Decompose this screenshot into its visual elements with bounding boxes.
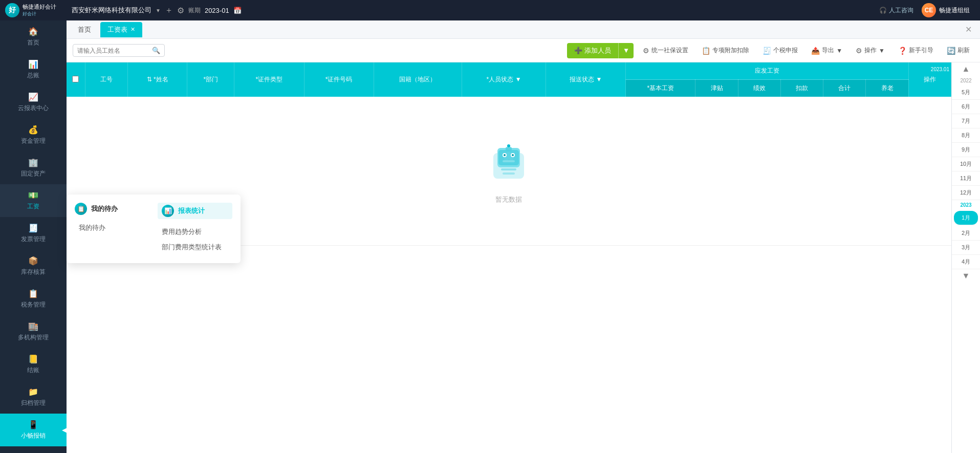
timeline-down-nav[interactable]: ▼ <box>952 269 980 283</box>
col-header-nationality: 国籍（地区） <box>374 62 462 97</box>
svg-point-9 <box>504 154 506 156</box>
company-area: 西安虾米网络科技有限公司 ▼ ＋ ⚙ 账期 2023-01 📅 <box>67 5 879 16</box>
close-window-icon[interactable]: ✕ <box>965 25 972 34</box>
funds-icon: 💰 <box>28 125 38 135</box>
support-button[interactable]: 🎧 人工咨询 <box>879 6 913 15</box>
svg-rect-12 <box>506 147 512 151</box>
special-deduction-btn[interactable]: 📋 专项附加扣除 <box>698 44 753 57</box>
export-dropdown-icon: ▼ <box>836 47 842 54</box>
popup-section-todo: 📋 我的待办 我的待办 <box>75 203 149 255</box>
popup-grid: 📋 我的待办 我的待办 📊 报表统计 费用趋势分析 部门费用类型统计表 <box>75 203 232 255</box>
invoice-icon: 🧾 <box>28 223 38 233</box>
company-name[interactable]: 西安虾米网络科技有限公司 <box>72 6 151 15</box>
timeline-month-may[interactable]: 5月 <box>952 85 980 100</box>
logo-icon: 好 <box>5 3 19 17</box>
sidebar-item-home[interactable]: 🏠 首页 <box>0 20 67 53</box>
refresh-btn[interactable]: 🔄 刷新 <box>943 44 974 57</box>
col-header-pension: 养老 <box>866 80 908 97</box>
period-label: 账期 <box>188 6 201 15</box>
user-area[interactable]: CE 畅捷通组组 <box>922 3 970 17</box>
logo-area: 好 畅捷通好会计 好会计 <box>5 3 67 17</box>
cloud-report-icon: 📈 <box>28 92 38 102</box>
svg-point-13 <box>507 144 510 147</box>
search-icon[interactable]: 🔍 <box>152 47 160 54</box>
filter-icon[interactable]: ▼ <box>515 76 521 83</box>
svg-rect-6 <box>498 150 519 165</box>
timeline-month-feb[interactable]: 2月 <box>952 226 980 241</box>
close-tab-icon[interactable]: ✕ <box>130 26 135 33</box>
sidebar-item-cloud-report[interactable]: 📈 云报表中心 <box>0 86 67 119</box>
col-header-base-salary: *基本工资 <box>626 80 695 97</box>
sidebar-item-inventory[interactable]: 📦 库存核算 <box>0 250 67 283</box>
chevron-down-icon[interactable]: ▼ <box>156 8 161 13</box>
guide-action-icon: ❓ <box>898 47 907 55</box>
select-all-header[interactable] <box>67 62 85 97</box>
col-header-status: *人员状态 ▼ <box>462 62 546 97</box>
sidebar-item-archive[interactable]: 📁 归档管理 <box>0 381 67 414</box>
timeline-month-jan-active[interactable]: 1月 <box>954 211 978 225</box>
empty-illustration <box>483 138 534 189</box>
svg-rect-4 <box>501 168 516 170</box>
timeline-month-oct[interactable]: 10月 <box>952 157 980 171</box>
headset-icon: 🎧 <box>879 7 887 14</box>
year-label: 2023.01 <box>931 67 949 72</box>
operation-btn[interactable]: ⚙ 操作 ▼ <box>852 44 889 57</box>
timeline-year-2022: 2022 <box>959 76 972 85</box>
settings-icon[interactable]: ⚙ <box>177 6 184 15</box>
timeline-month-apr[interactable]: 4月 <box>952 255 980 269</box>
timeline-month-sep[interactable]: 9月 <box>952 143 980 157</box>
social-insurance-btn[interactable]: ⚙ 统一社保设置 <box>639 44 692 57</box>
col-header-salary-group: 应发工资 2023.01 <box>626 62 909 80</box>
timeline-month-mar[interactable]: 3月 <box>952 241 980 255</box>
home-icon: 🏠 <box>28 27 38 36</box>
sidebar-item-invoice[interactable]: 🧾 发票管理 <box>0 217 67 250</box>
timeline-up-nav[interactable]: ▲ <box>952 62 980 76</box>
select-all-checkbox[interactable] <box>72 76 79 82</box>
sidebar: 🏠 首页 📊 总账 📈 云报表中心 💰 资金管理 🏢 固定资产 💵 工资 🧾 发… <box>0 20 67 453</box>
sort-icon[interactable]: ⇅ <box>147 76 152 83</box>
svg-rect-11 <box>503 160 515 162</box>
add-people-dropdown-button[interactable]: ▼ <box>618 43 634 58</box>
add-people-button[interactable]: ➕ 添加人员 <box>567 43 618 58</box>
timeline-month-aug[interactable]: 8月 <box>952 128 980 143</box>
sidebar-item-multi-org[interactable]: 🏬 多机构管理 <box>0 315 67 348</box>
tax-report-icon: 🧾 <box>763 47 771 55</box>
close-accounts-icon: 📒 <box>28 354 38 364</box>
sidebar-item-expense[interactable]: 📱 小畅报销 ◀ <box>0 414 67 446</box>
operation-icon: ⚙ <box>856 47 862 55</box>
svg-point-10 <box>512 154 514 156</box>
empty-text: 暂无数据 <box>495 195 522 204</box>
sidebar-item-close-accounts[interactable]: 📒 结账 <box>0 348 67 381</box>
popup-item-dept-expense[interactable]: 部门费用类型统计表 <box>158 240 232 255</box>
operation-dropdown-icon: ▼ <box>879 47 885 54</box>
tab-home[interactable]: 首页 <box>71 22 98 37</box>
filter2-icon[interactable]: ▼ <box>596 76 602 83</box>
tax-report-btn[interactable]: 🧾 个税申报 <box>758 44 802 57</box>
sidebar-item-salary[interactable]: 💵 工资 <box>0 184 67 217</box>
popup-menu: 📋 我的待办 我的待办 📊 报表统计 费用趋势分析 部门费用类型统计表 <box>67 195 241 263</box>
popup-item-expense-trend[interactable]: 费用趋势分析 <box>158 224 232 240</box>
col-header-id-type: *证件类型 <box>234 62 304 97</box>
sidebar-item-tax[interactable]: 📋 税务管理 <box>0 283 67 315</box>
popup-item-todo[interactable]: 我的待办 <box>75 220 149 235</box>
timeline-month-dec[interactable]: 12月 <box>952 186 980 200</box>
export-btn[interactable]: 📤 导出 ▼ <box>807 44 846 57</box>
add-people-btn-group: ➕ 添加人员 ▼ <box>567 43 634 58</box>
search-input[interactable] <box>77 47 149 54</box>
sidebar-item-fixed-assets[interactable]: 🏢 固定资产 <box>0 152 67 184</box>
inventory-icon: 📦 <box>28 256 38 266</box>
calendar-icon[interactable]: 📅 <box>233 7 242 14</box>
tab-salary[interactable]: 工资表 ✕ <box>100 22 142 37</box>
timeline-month-jul[interactable]: 7月 <box>952 114 980 128</box>
sidebar-item-ledger[interactable]: 📊 总账 <box>0 53 67 86</box>
avatar: CE <box>922 3 936 17</box>
popup-section-reports: 📊 报表统计 费用趋势分析 部门费用类型统计表 <box>158 203 232 255</box>
timeline-month-jun[interactable]: 6月 <box>952 100 980 114</box>
guide-btn[interactable]: ❓ 新手引导 <box>894 44 938 57</box>
search-wrap: 🔍 <box>73 44 165 57</box>
sidebar-item-funds[interactable]: 💰 资金管理 <box>0 119 67 152</box>
sidebar-item-basic-settings[interactable]: ⚙ 基础设置 <box>0 446 67 453</box>
col-header-deduction: 扣款 <box>780 80 823 97</box>
timeline-month-nov[interactable]: 11月 <box>952 171 980 186</box>
add-company-icon[interactable]: ＋ <box>165 5 173 16</box>
